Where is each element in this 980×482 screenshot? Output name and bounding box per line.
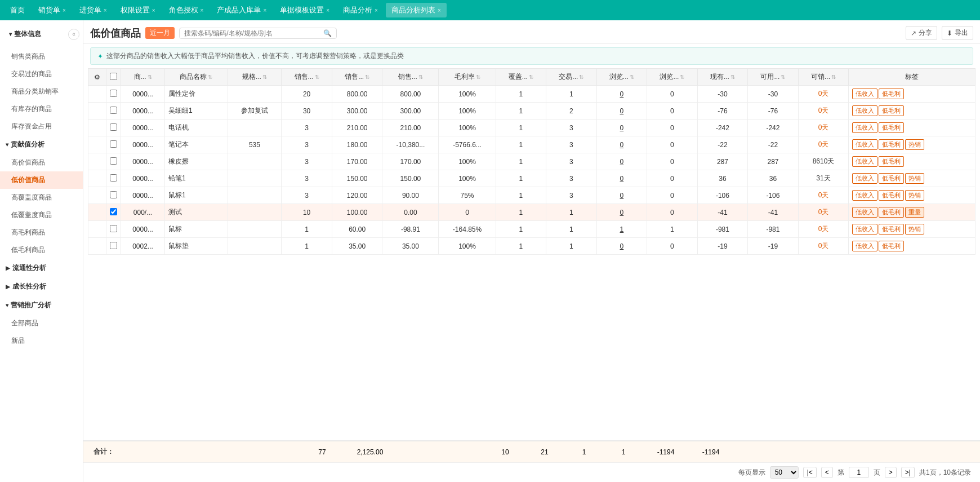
row-checkbox[interactable] <box>110 208 117 215</box>
col-browse2[interactable]: 浏览...⇅ <box>647 69 698 86</box>
close-icon[interactable]: × <box>63 7 66 14</box>
close-icon[interactable]: × <box>263 7 266 14</box>
prev-page-button[interactable]: < <box>821 467 833 478</box>
cell-checkbox[interactable] <box>106 204 121 221</box>
cell-checkbox[interactable] <box>106 187 121 204</box>
cell-name[interactable]: 鼠标 <box>165 221 228 238</box>
sidebar-item-in-stock-goods[interactable]: 有库存的商品 <box>0 100 83 118</box>
sidebar-group-growth[interactable]: ▶ 成长性分析 <box>0 277 83 296</box>
sidebar-item-low-value[interactable]: 低价值商品 <box>0 171 83 189</box>
nav-product-analysis[interactable]: 商品分析 × <box>337 3 384 17</box>
nav-product-inbound[interactable]: 产成品入库单 × <box>211 3 272 17</box>
sidebar-item-traded-goods[interactable]: 交易过的商品 <box>0 65 83 83</box>
row-checkbox[interactable] <box>110 90 117 97</box>
nav-product-analysis-list[interactable]: 商品分析列表 × <box>386 3 447 17</box>
browse1-link[interactable]: 0 <box>620 107 624 115</box>
row-checkbox[interactable] <box>110 225 117 232</box>
row-checkbox[interactable] <box>110 157 117 165</box>
browse1-link[interactable]: 0 <box>620 141 624 149</box>
col-spec[interactable]: 规格...⇅ <box>228 69 282 86</box>
cell-browse1[interactable]: 1 <box>596 221 647 238</box>
sidebar-item-sales-goods[interactable]: 销售类商品 <box>0 48 83 65</box>
cell-checkbox[interactable] <box>106 103 121 120</box>
cell-checkbox[interactable] <box>106 170 121 187</box>
cell-browse1[interactable]: 0 <box>596 120 647 136</box>
row-checkbox[interactable] <box>110 107 117 114</box>
col-sale-qty[interactable]: 销售...⇅ <box>282 69 332 86</box>
sidebar-item-stock-capital[interactable]: 库存资金占用 <box>0 118 83 135</box>
browse1-link[interactable]: 0 <box>620 209 624 216</box>
sidebar-item-new-goods[interactable]: 新品 <box>0 332 83 350</box>
cell-browse1[interactable]: 0 <box>596 86 647 103</box>
col-sale-cost[interactable]: 销售...⇅ <box>382 69 439 86</box>
browse1-link[interactable]: 0 <box>620 192 624 200</box>
sidebar-item-low-margin[interactable]: 低毛利商品 <box>0 241 83 259</box>
sidebar-group-marketing[interactable]: ▾ 营销推广分析 <box>0 296 83 315</box>
close-icon[interactable]: × <box>201 7 204 14</box>
col-margin[interactable]: 毛利率⇅ <box>439 69 496 86</box>
close-icon[interactable]: × <box>375 7 378 14</box>
cell-browse1[interactable]: 0 <box>596 136 647 153</box>
sidebar-item-category-sales-rate[interactable]: 商品分类助销率 <box>0 83 83 100</box>
sidebar-item-high-coverage[interactable]: 高覆盖度商品 <box>0 189 83 206</box>
cell-name[interactable]: 测试 <box>165 204 228 221</box>
browse1-link[interactable]: 0 <box>620 124 624 132</box>
cell-name[interactable]: 属性定价 <box>165 86 228 103</box>
table-wrapper[interactable]: ⚙ 商...⇅ 商品名称⇅ 规格...⇅ 销售...⇅ 销售...⇅ 销售...… <box>83 68 980 440</box>
cell-browse1[interactable]: 0 <box>596 153 647 170</box>
search-input[interactable] <box>184 29 323 37</box>
nav-template-settings[interactable]: 单据模板设置 × <box>274 3 335 17</box>
row-checkbox[interactable] <box>110 140 117 148</box>
cell-browse1[interactable]: 0 <box>596 204 647 221</box>
cell-checkbox[interactable] <box>106 221 121 238</box>
cell-browse1[interactable]: 0 <box>596 238 647 255</box>
col-browse1[interactable]: 浏览...⇅ <box>596 69 647 86</box>
cell-name[interactable]: 笔记本 <box>165 136 228 153</box>
close-icon[interactable]: × <box>438 7 441 14</box>
sidebar-collapse-button[interactable]: « <box>68 29 79 40</box>
col-code[interactable]: 商...⇅ <box>121 69 165 86</box>
cell-checkbox[interactable] <box>106 238 121 255</box>
nav-purchase-order[interactable]: 进货单 × <box>74 3 113 17</box>
nav-home[interactable]: 首页 <box>5 3 30 17</box>
sidebar-group-overall[interactable]: ▾ 整体信息 <box>3 25 68 43</box>
share-button[interactable]: ↗ 分享 <box>906 26 937 40</box>
col-name[interactable]: 商品名称⇅ <box>165 69 228 86</box>
sidebar-item-low-coverage[interactable]: 低覆盖度商品 <box>0 206 83 224</box>
cell-browse1[interactable]: 0 <box>596 187 647 204</box>
close-icon[interactable]: × <box>326 7 329 14</box>
col-transaction[interactable]: 交易...⇅ <box>546 69 597 86</box>
cell-checkbox[interactable] <box>106 153 121 170</box>
sidebar-group-contribution[interactable]: ▾ 贡献值分析 <box>0 135 83 154</box>
sidebar-item-high-value[interactable]: 高价值商品 <box>0 154 83 171</box>
close-icon[interactable]: × <box>152 7 155 14</box>
cell-checkbox[interactable] <box>106 120 121 136</box>
nav-role-auth[interactable]: 角色授权 × <box>163 3 210 17</box>
cell-name[interactable]: 鼠标1 <box>165 187 228 204</box>
browse1-link[interactable]: 1 <box>620 225 624 233</box>
col-coverage[interactable]: 覆盖...⇅ <box>496 69 546 86</box>
browse1-link[interactable]: 0 <box>620 242 624 250</box>
cell-checkbox[interactable] <box>106 136 121 153</box>
nav-permissions[interactable]: 权限设置 × <box>115 3 161 17</box>
col-stock-avail[interactable]: 可用...⇅ <box>748 69 799 86</box>
page-size-select[interactable]: 50 100 200 <box>770 466 799 479</box>
row-checkbox[interactable] <box>110 174 117 182</box>
nav-sales-order[interactable]: 销货单 × <box>33 3 72 17</box>
sidebar-item-all-goods[interactable]: 全部商品 <box>0 315 83 332</box>
search-icon[interactable]: 🔍 <box>323 29 332 37</box>
row-checkbox[interactable] <box>110 242 117 249</box>
col-checkbox[interactable] <box>106 69 121 86</box>
cell-name[interactable]: 电话机 <box>165 120 228 136</box>
cell-name[interactable]: 橡皮擦 <box>165 153 228 170</box>
cell-name[interactable]: 吴细细1 <box>165 103 228 120</box>
cell-browse1[interactable]: 0 <box>596 103 647 120</box>
select-all-checkbox[interactable] <box>110 73 117 80</box>
browse1-link[interactable]: 0 <box>620 158 624 166</box>
export-button[interactable]: ⬇ 导出 <box>942 26 973 40</box>
close-icon[interactable]: × <box>104 7 107 14</box>
browse1-link[interactable]: 0 <box>620 175 624 183</box>
cell-name[interactable]: 铅笔1 <box>165 170 228 187</box>
current-page-input[interactable] <box>849 467 869 478</box>
col-settings[interactable]: ⚙ <box>88 69 106 86</box>
